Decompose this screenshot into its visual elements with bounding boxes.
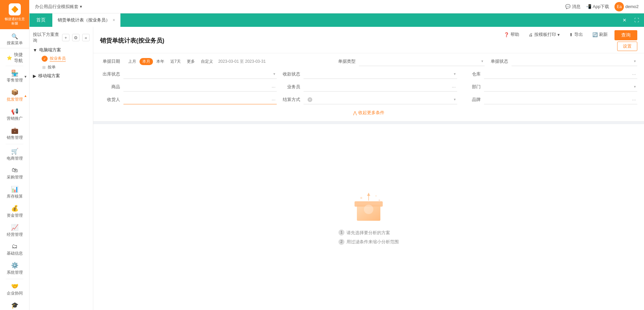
refresh-btn[interactable]: 🔄 刷新 (590, 30, 610, 39)
department-arrow: ▾ (634, 85, 636, 89)
topbar-right: 💬 消息 📲 App下载 Ea demo2 (565, 2, 639, 11)
logo-sub: 标腿 (11, 21, 18, 26)
collapse-filters-btn[interactable]: ⋀ 收起更多条件 (353, 108, 384, 118)
filter-area: 单据日期 上月 本月 本年 近7天 更多 自定义 2023-03-01 至 20… (93, 53, 644, 121)
sidebar-search-item[interactable]: 🔍 搜索菜单 (0, 29, 29, 48)
salesperson-label: 业务员 (280, 84, 300, 90)
tab-sales-stats-label: 销货单统计表（按业务员） (58, 17, 110, 23)
svg-point-5 (360, 197, 362, 199)
basic-label: 基础信息 (7, 251, 23, 256)
user-profile[interactable]: Ea demo2 (614, 2, 639, 11)
purchase-icon: 🛍 (12, 167, 18, 174)
search-icon: 🔍 (11, 33, 18, 40)
sidebar-item-enterprise[interactable]: 🤝 企业协同 (0, 280, 29, 299)
print-icon: 🖨 (529, 32, 533, 37)
date-curr-year[interactable]: 本年 (154, 58, 167, 65)
export-btn[interactable]: ⬆ 导出 (567, 30, 586, 39)
sidebar-item-inventory[interactable]: 📊 库存核算 (0, 183, 29, 202)
settlement-label: 结算方式 (280, 97, 300, 103)
content-area: 按以下方案查询 + ⚙ « ▼ 电脑端方案 ✓ 按业务员 ⊞ 按单 ▶ 移动端方… (30, 27, 644, 310)
sidebar-item-retail[interactable]: 🏪 零售管理 ▼ (0, 67, 29, 86)
sidebar-item-marketing[interactable]: 📢 营销推广 (0, 105, 29, 124)
sidebar-item-wholesale[interactable]: 📦 批发管理 ▲ (0, 86, 29, 105)
sidebar-nav: ⭐ 快捷导航 🏪 零售管理 ▼ 📦 批发管理 ▲ 📢 营销推广 💼 销售管理 🛒… (0, 48, 29, 310)
print-label: 按模板打印 (534, 32, 556, 38)
pc-scheme-arrow: ▼ (33, 48, 37, 53)
date-filter[interactable]: 上月 本月 本年 近7天 更多 自定义 2023-03-01 至 2023-03… (123, 57, 268, 66)
tabbar: 首页 销货单统计表（按业务员） × ✕ ⛶ (30, 13, 644, 27)
avatar: Ea (614, 2, 624, 11)
scheme-by-salesperson[interactable]: ✓ 按业务员 (30, 54, 93, 63)
sidebar-item-basic[interactable]: 🗂 基础信息 (0, 240, 29, 259)
settlement-arrow: ▾ (454, 97, 456, 102)
retail-icon: 🏪 (11, 69, 18, 77)
scheme-add-btn[interactable]: + (62, 34, 69, 41)
sidebar-item-purchase[interactable]: 🛍 采购管理 (0, 164, 29, 183)
salesperson-filter[interactable]: ··· (304, 82, 457, 92)
sidebar-item-sales[interactable]: 💼 销售管理 (0, 124, 29, 143)
tab-close-window[interactable]: ✕ (620, 15, 629, 25)
sidebar-item-new-guide[interactable]: 🎓 新手引导 (0, 299, 29, 310)
settlement-clear-btn[interactable]: ✕ (308, 97, 312, 102)
receive-status-filter[interactable]: ▾ (304, 69, 457, 79)
svg-point-6 (375, 195, 377, 197)
goods-label: 商品 (100, 84, 120, 90)
date-prev-month[interactable]: 上月 (125, 58, 139, 65)
receive-status-label: 收款状态 (280, 71, 300, 77)
print-template-btn[interactable]: 🖨 按模板打印 ▾ (526, 30, 562, 39)
tab-maximize[interactable]: ⛶ (632, 15, 641, 25)
scheme-by-order[interactable]: ⊞ 按单 (30, 63, 93, 71)
sidebar-search-label: 搜索菜单 (7, 40, 23, 46)
brand-filter[interactable]: ··· (484, 95, 637, 104)
app-download-btn[interactable]: 📲 App下载 (586, 4, 609, 10)
app-selector-arrow: ▾ (80, 4, 82, 9)
tab-home[interactable]: 首页 (30, 13, 52, 27)
sidebar-item-finance[interactable]: 💰 资金管理 (0, 202, 29, 221)
mobile-scheme-label: 移动端方案 (38, 73, 60, 79)
sidebar-item-ecommerce[interactable]: 🛒 电商管理 (0, 145, 29, 164)
wholesale-label: 批发管理 (7, 97, 23, 102)
date-curr-month[interactable]: 本月 (140, 58, 153, 65)
doc-type-filter[interactable]: ▾ (359, 57, 485, 66)
date-custom[interactable]: 自定义 (198, 58, 216, 65)
wholesale-arrow: ▲ (24, 94, 27, 97)
query-button[interactable]: 查询 (614, 30, 637, 40)
inventory-icon: 📊 (11, 186, 18, 193)
tab-sales-stats[interactable]: 销货单统计表（按业务员） × (52, 13, 120, 27)
tabbar-actions: ✕ ⛶ (620, 15, 644, 25)
pc-scheme-category[interactable]: ▼ 电脑端方案 (30, 46, 93, 54)
message-btn[interactable]: 💬 消息 (565, 4, 581, 10)
scheme-settings-btn[interactable]: ⚙ (72, 34, 79, 41)
app-selector-label: 办公用品行业模拟账套 (35, 4, 78, 10)
mobile-scheme-category[interactable]: ▶ 移动端方案 (30, 71, 93, 80)
scheme-collapse-btn[interactable]: « (82, 34, 90, 41)
empty-svg (348, 189, 389, 222)
sidebar-item-operations[interactable]: 📈 经营管理 (0, 221, 29, 240)
date-tabs: 上月 本月 本年 近7天 更多 自定义 (125, 58, 216, 65)
sidebar-item-system[interactable]: ⚙️ 系统管理 (0, 259, 29, 278)
help-btn[interactable]: ❓ 帮助 (501, 30, 522, 39)
date-more[interactable]: 更多 (184, 58, 198, 65)
retail-arrow: ▼ (24, 74, 27, 78)
doc-status-filter[interactable]: ▾ (512, 57, 637, 66)
sidebar-logo[interactable]: 🔶 畅捷通好生意 标腿 (0, 0, 30, 29)
scheme-panel-title: 按以下方案查询 (33, 32, 59, 44)
hint-item-1: 1 请先选择要分析的方案 (338, 229, 399, 237)
settlement-filter[interactable]: ✕ ▾ (304, 95, 457, 104)
goods-dots: ··· (272, 84, 276, 90)
filter-row-2: 出库状态 ▾ 收款状态 ▾ 仓库 ··· (100, 69, 637, 79)
topbar-left: 办公用品行业模拟账套 ▾ (35, 4, 82, 10)
settings-button[interactable]: 设置 (617, 42, 637, 51)
sidebar-item-quicknav[interactable]: ⭐ 快捷导航 (0, 50, 29, 65)
date-7days[interactable]: 近7天 (168, 58, 183, 65)
goods-filter[interactable]: ··· (123, 82, 277, 92)
warehouse-filter[interactable]: ··· (484, 69, 637, 79)
receiver-filter[interactable]: ··· (123, 95, 277, 104)
help-icon: ❓ (504, 32, 509, 37)
sales-icon: 💼 (11, 127, 18, 134)
app-selector[interactable]: 办公用品行业模拟账套 ▾ (35, 4, 82, 10)
department-filter[interactable]: ▾ (484, 82, 637, 92)
enterprise-label: 企业协同 (7, 291, 23, 296)
tab-close-icon[interactable]: × (113, 18, 115, 22)
out-status-filter[interactable]: ▾ (123, 69, 277, 79)
